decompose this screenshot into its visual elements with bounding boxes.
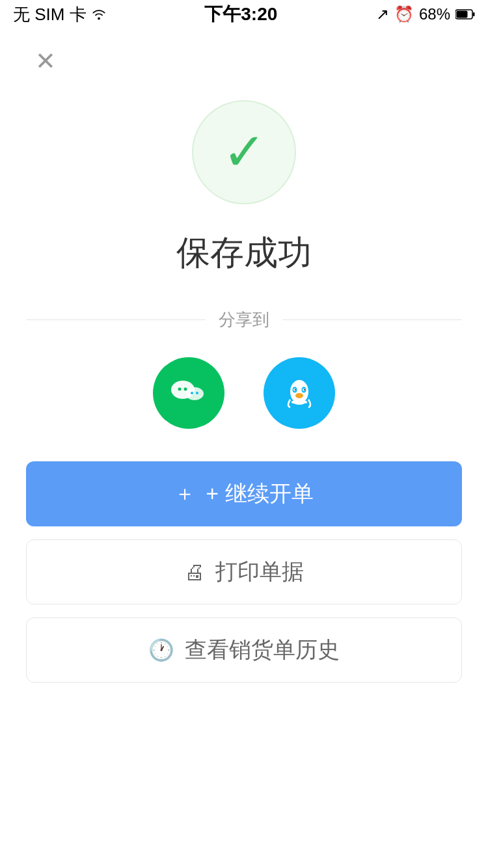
- history-button[interactable]: 🕐 查看销货单历史: [26, 617, 462, 683]
- continue-order-label: + 继续开单: [206, 479, 313, 509]
- wechat-icon: [167, 372, 210, 414]
- svg-point-19: [303, 401, 307, 403]
- svg-point-5: [178, 388, 182, 391]
- success-title: 保存成功: [176, 230, 312, 276]
- continue-order-button[interactable]: ＋ + 继续开单: [26, 461, 462, 526]
- success-circle: ✓: [192, 100, 296, 204]
- divider-left: [26, 319, 206, 320]
- svg-point-15: [304, 389, 305, 390]
- history-label: 查看销货单历史: [185, 635, 340, 665]
- svg-point-6: [184, 388, 187, 391]
- wifi-icon: [92, 8, 106, 20]
- alarm-icon: ⏰: [394, 5, 414, 23]
- svg-point-8: [196, 392, 198, 394]
- battery-label: 68%: [419, 5, 450, 23]
- qq-icon: [280, 373, 319, 413]
- print-label: 打印单据: [215, 557, 304, 587]
- close-icon: ✕: [35, 49, 56, 74]
- svg-rect-1: [472, 12, 474, 16]
- status-bar: 无 SIM 卡 下午3:20 ↗ ⏰ 68%: [0, 0, 488, 29]
- status-right: ↗ ⏰ 68%: [376, 5, 475, 23]
- wechat-share-button[interactable]: [153, 357, 224, 429]
- svg-point-14: [295, 389, 296, 390]
- status-left: 无 SIM 卡: [13, 3, 106, 26]
- svg-point-18: [291, 401, 295, 403]
- print-button[interactable]: 🖨 打印单据: [26, 539, 462, 604]
- svg-point-16: [295, 393, 303, 398]
- share-section: 分享到: [26, 308, 462, 429]
- status-time: 下午3:20: [204, 2, 277, 27]
- location-icon: ↗: [376, 5, 389, 23]
- plus-icon: ＋: [174, 480, 195, 508]
- svg-rect-2: [456, 11, 467, 18]
- sim-label: 无 SIM 卡: [13, 3, 87, 26]
- print-icon: 🖨: [184, 560, 205, 584]
- share-divider: 分享到: [26, 308, 462, 331]
- divider-right: [282, 319, 462, 320]
- checkmark-icon: ✓: [223, 126, 266, 178]
- share-label: 分享到: [219, 308, 269, 331]
- share-icons-row: [26, 357, 462, 429]
- svg-point-7: [191, 392, 193, 394]
- battery-icon: [455, 9, 475, 20]
- history-icon: 🕐: [148, 638, 174, 662]
- qq-share-button[interactable]: [264, 357, 335, 429]
- action-buttons: ＋ + 继续开单 🖨 打印单据 🕐 查看销货单历史: [26, 461, 462, 683]
- main-content: ✕ ✓ 保存成功 分享到: [0, 29, 488, 868]
- close-button[interactable]: ✕: [26, 42, 65, 81]
- svg-point-4: [185, 387, 204, 400]
